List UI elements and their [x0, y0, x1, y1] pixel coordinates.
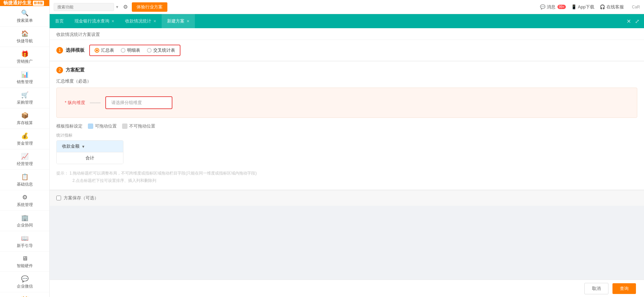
- indicator-table: 收款金额 ▾ 合计: [56, 140, 123, 164]
- crown-icon: 👑: [21, 296, 29, 297]
- template-section: 1 选择模板 汇总表 明细表 交叉统计表: [50, 40, 644, 61]
- sidebar-item-wechat[interactable]: 💬 企业微信: [0, 272, 49, 292]
- tab-expand-icon[interactable]: ⤢: [633, 18, 641, 24]
- tab-new-plan[interactable]: 新建方案 ✕: [162, 14, 195, 28]
- sidebar-item-quicknav[interactable]: 🏠 快捷导航: [0, 27, 49, 47]
- gift-icon: 🎁: [21, 50, 29, 58]
- online-service-label: 在线客服: [606, 4, 624, 10]
- app-download-btn[interactable]: 📱 App下载: [571, 4, 594, 10]
- option-cross[interactable]: 交叉统计表: [147, 47, 175, 53]
- indicator-header-label: 收款金额: [62, 143, 79, 149]
- chart-icon: 📊: [21, 71, 29, 78]
- sidebar-item-member[interactable]: 👑 畅会员: [0, 292, 49, 297]
- monitor-icon: 🖥: [22, 255, 28, 262]
- sidebar-item-label: 采购管理: [17, 100, 33, 105]
- sidebar-item-system[interactable]: ⚙ 系统管理: [0, 190, 49, 211]
- tips: 提示： 1.拖动标题栏可以调整布局，不可跨维度或指标区域拖动栏目字段(只能在同一…: [56, 170, 637, 184]
- sidebar-item-management[interactable]: 📈 经营管理: [0, 149, 49, 170]
- radio-detail-dot: [121, 48, 125, 53]
- cart-icon: 🛒: [21, 91, 29, 99]
- option-detail[interactable]: 明细表: [121, 47, 140, 53]
- tab-new-plan-label: 新建方案: [167, 18, 184, 24]
- money-icon: 💰: [21, 132, 29, 140]
- drag-unmovable-label: 不可拖动位置: [129, 123, 155, 129]
- search-menu-icon: 🔍: [21, 9, 29, 17]
- app-icon: 📱: [571, 4, 577, 9]
- tab-collection-stat-close[interactable]: ✕: [153, 19, 156, 23]
- sidebar-item-label: 快捷导航: [17, 38, 33, 44]
- sidebar-item-finance[interactable]: 💰 资金管理: [0, 129, 49, 149]
- tab-bank-flow[interactable]: 现金银行流水查询 ✕: [69, 14, 120, 28]
- tab-collection-stat[interactable]: 收款情况统计 ✕: [120, 14, 162, 28]
- indicator-header[interactable]: 收款金额 ▾: [57, 141, 123, 152]
- sidebar-item-purchase[interactable]: 🛒 采购管理: [0, 88, 49, 108]
- tab-home[interactable]: 首页: [50, 14, 69, 28]
- step2-title: 2 方案配置: [56, 67, 637, 73]
- app-download-label: App下载: [578, 4, 594, 10]
- sidebar-item-label: 搜索菜单: [17, 18, 33, 23]
- sidebar-item-beginner[interactable]: 📖 新手引导: [0, 231, 49, 252]
- tip-1: 提示： 1.拖动标题栏可以调整布局，不可跨维度或指标区域拖动栏目字段(只能在同一…: [56, 170, 637, 177]
- tab-close-icon[interactable]: ✕: [625, 18, 633, 24]
- sidebar-item-hardware[interactable]: 🖥 智能硬件: [0, 252, 49, 272]
- save-label: 方案保存（可选）: [64, 195, 99, 201]
- dimension-arrow-icon: ——: [90, 100, 101, 106]
- topbar-gear-icon[interactable]: ⚙: [123, 4, 128, 10]
- sidebar-item-label: 资金管理: [17, 141, 33, 146]
- chat-icon: 💬: [21, 275, 29, 283]
- enterprise-icon: 🏢: [21, 214, 29, 221]
- sidebar-item-label: 基础信息: [17, 182, 33, 187]
- indicator-cell: 合计: [57, 152, 123, 164]
- tab-bank-flow-label: 现金银行流水查询: [74, 18, 109, 24]
- sidebar-item-label: 营销推广: [17, 59, 33, 64]
- sidebar-item-label: 企业微信: [17, 284, 33, 289]
- sidebar-item-label: 智能硬件: [17, 263, 33, 269]
- logo-badge: 标准版: [33, 1, 44, 6]
- radio-cross-dot: [147, 48, 152, 53]
- content-area: 收款情况统计方案设置 1 选择模板 汇总表 明细表 交叉统计: [50, 28, 644, 297]
- vertical-dim-label: 纵向维度: [65, 100, 85, 106]
- cancel-button[interactable]: 取消: [584, 283, 608, 294]
- sidebar-item-inventory[interactable]: 📦 库存核算: [0, 108, 49, 129]
- tabbar: 首页 现金银行流水查询 ✕ 收款情况统计 ✕ 新建方案 ✕ ✕ ⤢: [50, 14, 644, 28]
- gear-icon: ⚙: [22, 194, 28, 201]
- indicator-title: 模板指标设定: [56, 123, 83, 129]
- tab-new-plan-close[interactable]: ✕: [186, 19, 190, 23]
- option-summary[interactable]: 汇总表: [95, 47, 114, 53]
- save-section: 方案保存（可选）: [50, 190, 644, 206]
- industry-btn[interactable]: 体验行业方案: [132, 2, 167, 12]
- drag-movable-badge: 可拖动位置: [88, 123, 117, 129]
- message-btn[interactable]: 💬 消息 99+: [540, 4, 566, 10]
- tab-home-label: 首页: [55, 18, 64, 24]
- query-button[interactable]: 查询: [612, 283, 636, 294]
- sidebar-item-enterprise-collab[interactable]: 🏢 企业协同: [0, 211, 49, 231]
- user-name: CaR: [632, 5, 640, 9]
- sidebar: 畅捷通好生意 标准版 🔍 搜索菜单 🏠 快捷导航 🎁 营销推广 📊 销售管理 🛒…: [0, 0, 50, 297]
- config-section: 2 方案配置 汇总维度（必选） 纵向维度 —— 请选择分组维度 模板指标设定: [50, 61, 644, 190]
- sidebar-item-label: 销售管理: [17, 79, 33, 85]
- chevron-down-icon[interactable]: ▾: [82, 144, 85, 149]
- footer-buttons: 取消 查询: [50, 280, 644, 297]
- drag-unmovable-dot: [122, 123, 127, 129]
- drag-unmovable-badge: 不可拖动位置: [122, 123, 155, 129]
- online-service-btn[interactable]: 🎧 在线客服: [600, 4, 624, 10]
- sidebar-item-sales[interactable]: 📊 销售管理: [0, 67, 49, 88]
- topbar: ▾ ⚙ 体验行业方案 💬 消息 99+ 📱 App下载 🎧 在线客服 CaR: [50, 0, 644, 14]
- message-icon: 💬: [540, 4, 545, 9]
- sidebar-item-search[interactable]: 🔍 搜索菜单: [0, 6, 49, 27]
- indicator-label: 统计指标: [56, 133, 637, 138]
- sidebar-item-basic[interactable]: 📋 基础信息: [0, 170, 49, 190]
- sidebar-item-label: 系统管理: [17, 202, 33, 208]
- sidebar-item-marketing[interactable]: 🎁 营销推广: [0, 47, 49, 67]
- topbar-arrow-icon[interactable]: ▾: [116, 4, 118, 9]
- tab-bank-flow-close[interactable]: ✕: [111, 19, 114, 23]
- dimension-area: 纵向维度 —— 请选择分组维度: [56, 88, 637, 118]
- step2-label: 方案配置: [66, 67, 85, 73]
- home-icon: 🏠: [21, 30, 29, 37]
- drag-movable-dot: [88, 123, 93, 129]
- step1-label: 选择模板: [66, 47, 85, 53]
- tabbar-controls: ✕ ⤢: [625, 18, 644, 24]
- search-input[interactable]: [54, 3, 114, 11]
- save-checkbox[interactable]: [56, 196, 61, 200]
- dimension-input[interactable]: 请选择分组维度: [105, 96, 172, 109]
